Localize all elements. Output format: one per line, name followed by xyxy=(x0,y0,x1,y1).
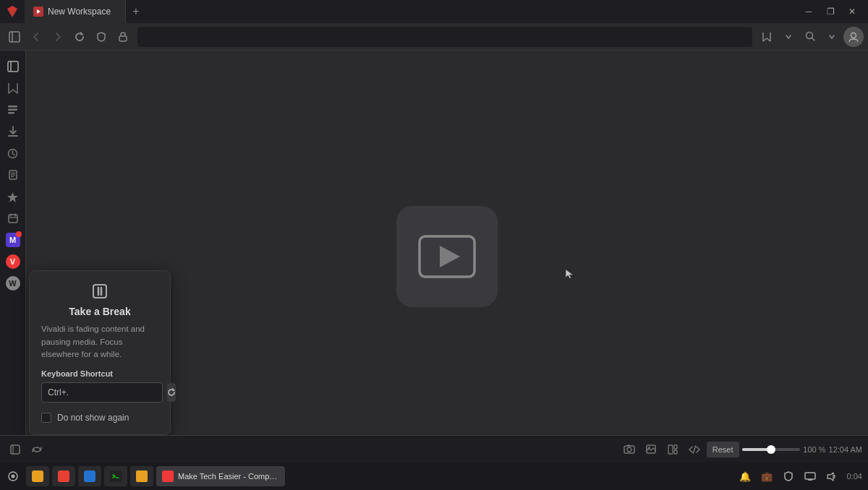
take-a-break-popup: Take a Break Vivaldi is fading content a… xyxy=(29,270,171,435)
taskbar-dot-red xyxy=(58,470,69,482)
status-sync-btn[interactable] xyxy=(27,440,46,459)
svg-rect-2 xyxy=(9,32,20,42)
vivaldi-logo[interactable] xyxy=(6,5,19,18)
nav-right-buttons xyxy=(757,27,864,47)
search-dropdown-icon xyxy=(828,34,835,40)
sidebar-bookmarks[interactable] xyxy=(3,78,23,98)
sidebar-history[interactable] xyxy=(3,143,23,163)
zoom-percentage: 100 % xyxy=(803,445,826,454)
restore-button[interactable]: ❐ xyxy=(820,1,841,22)
popup-description: Vivaldi is fading content and pausing me… xyxy=(41,323,158,361)
status-code-btn[interactable] xyxy=(685,440,704,459)
lock-button[interactable] xyxy=(113,27,133,47)
content-area: Take a Break Vivaldi is fading content a… xyxy=(26,51,868,463)
forward-button[interactable] xyxy=(48,27,68,47)
close-button[interactable]: ✕ xyxy=(842,1,862,22)
shortcut-input[interactable] xyxy=(41,382,163,403)
main-layout: M V W Take a Break xyxy=(0,51,868,463)
taskbar-item-red[interactable] xyxy=(52,466,75,486)
search-icon xyxy=(805,31,816,42)
title-bar-left xyxy=(0,5,25,18)
svg-marker-19 xyxy=(7,192,18,202)
svg-line-41 xyxy=(693,446,695,453)
svg-point-43 xyxy=(12,475,15,478)
svg-rect-45 xyxy=(805,473,815,479)
tray-briefcase[interactable]: 💼 xyxy=(757,467,776,486)
svg-rect-10 xyxy=(8,106,17,108)
new-tab-button[interactable]: + xyxy=(126,1,146,22)
address-bar[interactable] xyxy=(137,27,752,47)
sidebar-notes[interactable] xyxy=(3,165,23,185)
taskbar-dot-blue xyxy=(84,470,95,482)
sidebar-panel-toggle[interactable] xyxy=(3,56,23,77)
svg-rect-20 xyxy=(9,215,17,223)
taskbar-item-yellow[interactable] xyxy=(26,466,49,486)
status-image-btn[interactable] xyxy=(642,440,660,459)
svg-point-37 xyxy=(648,447,650,448)
sidebar-calendar[interactable] xyxy=(3,208,23,228)
reset-button[interactable]: Reset xyxy=(707,442,739,457)
wikipedia-icon: W xyxy=(6,276,20,291)
popup-shortcut-label: Keyboard Shortcut xyxy=(41,369,158,378)
svg-rect-31 xyxy=(11,445,20,454)
svg-rect-4 xyxy=(119,36,127,41)
zoom-slider[interactable] xyxy=(742,448,800,451)
status-reader-btn[interactable] xyxy=(663,440,682,459)
vivaldi-social-icon: V xyxy=(6,254,20,269)
panel-toggle-button[interactable] xyxy=(4,27,25,47)
do-not-show-label: Do not show again xyxy=(57,413,129,423)
window-controls: ─ ❐ ✕ xyxy=(799,1,868,22)
sidebar-wikipedia[interactable]: W xyxy=(3,273,23,293)
profile-button[interactable] xyxy=(843,27,864,47)
dropdown-icon xyxy=(785,34,792,40)
status-panel-btn[interactable] xyxy=(6,440,25,459)
taskbar-item-files[interactable] xyxy=(130,466,153,486)
status-bar: Reset 100 % 12:04 AM xyxy=(0,435,868,463)
refresh-shortcut-button[interactable] xyxy=(167,383,176,402)
back-icon xyxy=(31,32,41,42)
sidebar-vivaldi-social[interactable]: V xyxy=(3,252,23,272)
tray-speaker[interactable] xyxy=(822,467,841,486)
slider-thumb[interactable] xyxy=(767,445,775,454)
taskbar-start[interactable] xyxy=(3,466,23,486)
bookmark-icon xyxy=(762,32,772,42)
reload-button[interactable] xyxy=(69,27,90,47)
lock-icon xyxy=(119,32,127,42)
slider-track xyxy=(742,448,800,451)
tab-label: New Workspace xyxy=(48,7,111,17)
tray-monitor[interactable] xyxy=(801,467,820,486)
sidebar: M V W xyxy=(0,51,26,463)
popup-title: Take a Break xyxy=(41,306,158,317)
search-button[interactable] xyxy=(800,27,820,47)
search-engine-dropdown[interactable] xyxy=(822,27,842,47)
bookmark-button[interactable] xyxy=(757,27,777,47)
video-placeholder xyxy=(396,206,498,307)
sidebar-downloads[interactable] xyxy=(3,121,23,142)
tray-notification[interactable]: 🔔 xyxy=(736,467,754,486)
tray-shield[interactable] xyxy=(779,467,798,486)
popup-icon xyxy=(41,283,158,300)
do-not-show-checkbox[interactable] xyxy=(41,413,51,423)
sidebar-reading-list[interactable] xyxy=(3,100,23,120)
back-button[interactable] xyxy=(26,27,46,47)
shield-button[interactable] xyxy=(91,27,111,47)
vivaldi-taskbar-icon xyxy=(162,470,174,482)
minimize-button[interactable]: ─ xyxy=(799,1,819,22)
taskbar-item-label: Make Tech Easier - Compu... xyxy=(178,472,279,481)
svg-point-7 xyxy=(851,33,856,38)
taskbar-item-terminal[interactable] xyxy=(104,466,127,486)
active-tab[interactable]: New Workspace xyxy=(25,0,126,23)
sidebar-quick-commands[interactable] xyxy=(3,186,23,207)
tab-area: New Workspace + xyxy=(25,0,799,23)
system-tray: 🔔 💼 0:04 xyxy=(736,467,865,486)
taskbar-item-blue[interactable] xyxy=(78,466,101,486)
panel-icon xyxy=(9,31,20,43)
sidebar-mastodon[interactable]: M xyxy=(3,230,23,250)
status-screenshot-btn[interactable] xyxy=(620,440,639,459)
popup-shortcut-row xyxy=(41,382,158,403)
profile-icon xyxy=(848,31,859,43)
title-bar: New Workspace + ─ ❐ ✕ xyxy=(0,0,868,23)
notification-badge xyxy=(16,231,22,237)
taskbar-active-item[interactable]: Make Tech Easier - Compu... xyxy=(156,466,285,486)
bookmark-dropdown-button[interactable] xyxy=(778,27,799,47)
